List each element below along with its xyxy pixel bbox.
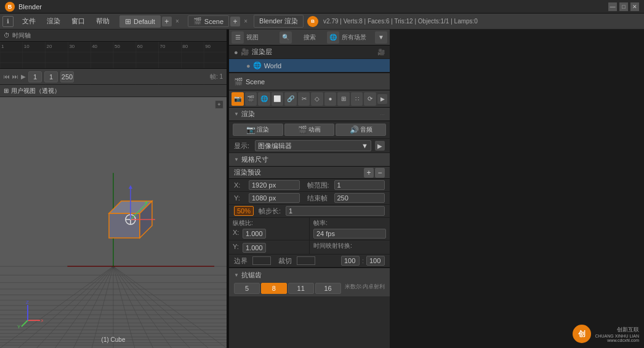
prop-icon-render[interactable]: 📷 <box>231 92 244 106</box>
audio-button[interactable]: 🔊 音频 <box>336 124 386 136</box>
frame-end-field[interactable]: 250 <box>60 71 74 82</box>
scene-selector[interactable]: 🎬 Scene <box>188 15 229 27</box>
search-label: 搜索 <box>294 33 325 42</box>
all-scenes-button[interactable]: 🌐 <box>327 31 339 44</box>
prop-icon-particles[interactable]: ∷ <box>351 92 363 106</box>
prop-icon-scene[interactable]: 🎬 <box>245 92 257 106</box>
preset-minus-button[interactable]: − <box>375 168 385 178</box>
prop-icon-material[interactable]: ● <box>324 92 337 106</box>
aa-val-11[interactable]: 11 <box>288 283 314 294</box>
svg-text:90: 90 <box>205 44 211 49</box>
border-label: 边界 <box>234 256 248 266</box>
outliner-tree: ● 🎥 渲染层 🎥 ● 🌐 World <box>229 45 390 73</box>
scene-name: Scene <box>204 18 223 25</box>
preset-plus-button[interactable]: + <box>364 168 374 178</box>
close-button[interactable]: ✕ <box>630 2 639 11</box>
antialias-header[interactable]: ▼ 抗锯齿 <box>229 268 390 282</box>
time-remap-label: 时间映射转换: <box>313 242 386 250</box>
render-preset-row: 渲染预设 + − <box>229 167 390 179</box>
prop-icon-texture[interactable]: ⊞ <box>337 92 350 106</box>
object-label: (1) Cube <box>102 336 126 343</box>
border-toggle[interactable] <box>252 256 271 265</box>
display-row: 显示: 图像编辑器 ▼ ▶ <box>229 139 390 153</box>
main-layout: ⏱ 时间轴 <box>0 30 644 348</box>
percent-field[interactable]: 50% <box>234 206 254 216</box>
menu-window[interactable]: 窗口 <box>66 15 90 28</box>
info-icon[interactable]: ℹ <box>2 16 14 27</box>
display-nav-button[interactable]: ▶ <box>375 141 385 151</box>
svg-text:80: 80 <box>182 44 188 49</box>
props-nav-button[interactable]: ▶ <box>377 94 387 104</box>
end-frame-field[interactable]: 250 <box>334 193 385 203</box>
scenes-label: 所有场景 <box>342 33 372 42</box>
remove-scene-button[interactable]: × <box>241 17 250 26</box>
aa-val-5[interactable]: 5 <box>234 283 260 294</box>
animation-button[interactable]: 🎬 动画 <box>284 124 335 136</box>
frame-start-field[interactable]: 1 <box>28 71 42 82</box>
menu-file[interactable]: 文件 <box>17 15 41 28</box>
app-icon: B <box>5 2 15 12</box>
frame-range-label: 帧范围: <box>307 181 332 190</box>
prop-icon-object[interactable]: ⬜ <box>272 92 284 106</box>
minimize-button[interactable]: — <box>608 2 617 11</box>
tree-item-label: 渲染层 <box>252 47 272 57</box>
prop-icon-constraints[interactable]: 🔗 <box>284 92 297 106</box>
outliner-view-label: 视图 <box>246 33 277 42</box>
title-bar: B Blender — □ ✕ <box>0 0 644 14</box>
status-info: v2.79 | Verts:8 | Faces:6 | Tris:12 | Ob… <box>323 18 478 25</box>
menu-render[interactable]: 渲染 <box>42 15 65 28</box>
tree-item-world[interactable]: ● 🌐 World <box>229 59 390 73</box>
resolution-y-field[interactable]: 1080 px <box>249 193 300 203</box>
crop-label: 裁切 <box>278 256 292 266</box>
menu-bar: ℹ 文件 渲染 窗口 帮助 ⊞ Default + × 🎬 Scene + × … <box>0 14 644 30</box>
add-scene-button[interactable]: + <box>230 17 240 26</box>
app-title: Blender <box>18 3 42 10</box>
end-frame-label: 结束帧 <box>307 194 332 203</box>
aa-val-16[interactable]: 16 <box>315 283 341 294</box>
aspect-label: 纵横比: <box>233 219 305 227</box>
viewport-nav: + <box>215 100 223 109</box>
frame-step-field[interactable]: 1 <box>286 206 385 216</box>
fps-field[interactable]: 24 fps <box>313 229 386 239</box>
workspace-tab-default[interactable]: ⊞ Default <box>119 15 161 28</box>
aspect-y-row: Y: 1.000 时间映射转换: <box>229 240 390 255</box>
svg-marker-74 <box>129 185 132 189</box>
prop-icon-data[interactable]: ◇ <box>311 92 323 106</box>
dimensions-section-header[interactable]: ▼ 规格尺寸 <box>229 153 390 167</box>
render-button[interactable]: 📷 渲染 <box>233 124 283 136</box>
resolution-x-field[interactable]: 1920 px <box>249 180 300 190</box>
maximize-button[interactable]: □ <box>619 2 628 11</box>
viewport-label: 用户视图（透视） <box>11 87 60 95</box>
fps-label: 帧率: <box>313 219 386 227</box>
viewport-header: ⊞ 用户视图（透视） <box>0 85 227 97</box>
outliner-menu-button[interactable]: ☰ <box>231 31 244 44</box>
timeline-panel: ⏱ 时间轴 <box>0 30 227 85</box>
resolution-y-row: Y: 1080 px 结束帧 250 <box>229 192 390 205</box>
prop-icon-physics[interactable]: ⟳ <box>364 92 376 106</box>
engine-selector[interactable]: Blender 渲染 <box>254 15 304 28</box>
properties-content: ▼ 渲染 ··· 📷 渲染 🎬 动画 🔊 音频 <box>229 108 390 348</box>
workspace-label: Default <box>134 18 155 25</box>
search-button[interactable]: 🔍 <box>280 31 292 44</box>
add-workspace-button[interactable]: + <box>162 17 172 26</box>
aspect-y-field[interactable]: 1.000 <box>243 243 266 253</box>
current-frame-field[interactable]: 1 <box>44 71 58 82</box>
crop-toggle[interactable] <box>297 256 315 265</box>
outliner-nav-button[interactable]: ▼ <box>375 31 387 44</box>
viewport-3d[interactable]: ⊞ 用户视图（透视） <box>0 85 227 348</box>
start-frame-field[interactable]: 1 <box>334 180 385 190</box>
tree-item-renderlayer[interactable]: ● 🎥 渲染层 🎥 <box>229 45 390 59</box>
border-val2[interactable]: 100 <box>366 256 385 266</box>
display-dropdown[interactable]: 图像编辑器 ▼ <box>255 140 371 151</box>
border-val1[interactable]: 100 <box>341 256 360 266</box>
prop-icon-world[interactable]: 🌐 <box>258 92 270 106</box>
nav-button[interactable]: + <box>215 100 223 109</box>
remove-workspace-button[interactable]: × <box>173 17 182 26</box>
aa-val-8[interactable]: 8 <box>261 283 287 294</box>
menu-help[interactable]: 帮助 <box>91 15 115 28</box>
render-section-header[interactable]: ▼ 渲染 ··· <box>229 108 390 121</box>
prop-icon-modifiers[interactable]: ✂ <box>298 92 310 106</box>
aspect-x-field[interactable]: 1.000 <box>243 229 266 239</box>
display-label: 显示: <box>234 141 252 151</box>
antialias-section: ▼ 抗锯齿 5 8 11 16 米数尔·内卓射利 <box>229 267 390 296</box>
